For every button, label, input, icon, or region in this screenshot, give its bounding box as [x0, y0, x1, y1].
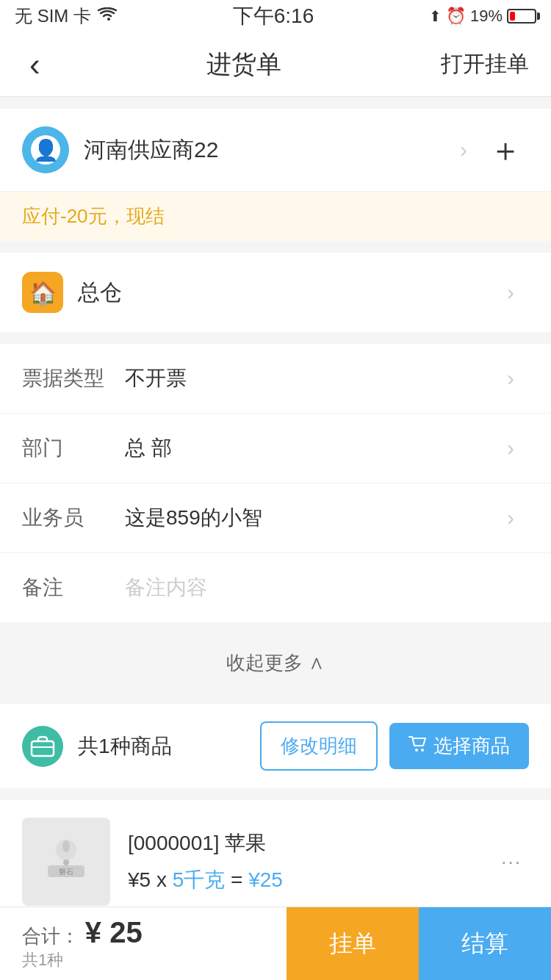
remark-row[interactable]: 备注 备注内容: [0, 552, 551, 622]
product-code: [0000001]: [128, 832, 225, 854]
nav-bar: ‹ 进货单 打开挂单: [0, 32, 551, 97]
checkout-button[interactable]: 结算: [419, 907, 551, 981]
product-thumbnail: 磐石: [22, 818, 110, 906]
sales-row[interactable]: 业务员 这是859的小智 ›: [0, 483, 551, 552]
remark-placeholder: 备注内容: [125, 574, 529, 602]
notice-text: 应付-20元，现结: [22, 205, 165, 227]
sales-label: 业务员: [22, 504, 125, 532]
chevron-right-icon: ›: [460, 137, 467, 162]
supplier-row[interactable]: 👤 河南供应商22 › ＋: [0, 109, 551, 192]
warehouse-icon: 🏠: [22, 272, 63, 313]
hang-button[interactable]: 挂单: [287, 907, 419, 981]
product-header: 共1种商品 修改明细 选择商品: [0, 704, 551, 788]
svg-point-3: [421, 749, 424, 752]
total-amount: ¥ 25: [85, 916, 143, 948]
product-item: 磐石 [0000001] 苹果 ¥5 x 5千克 = ¥25 ···: [0, 800, 551, 923]
total-sub: 共1种: [22, 949, 264, 971]
status-time: 下午6:16: [233, 2, 314, 30]
select-product-label: 选择商品: [433, 733, 510, 759]
wifi-icon: [97, 6, 118, 26]
total-price: ¥25: [248, 868, 283, 891]
location-icon: ⬆: [429, 7, 442, 25]
svg-text:磐石: 磐石: [59, 868, 73, 876]
warehouse-row[interactable]: 🏠 总仓 ›: [0, 253, 551, 332]
bottom-bar: 合计： ¥ 25 共1种 挂单 结算: [0, 907, 551, 980]
dept-row[interactable]: 部门 总 部 ›: [0, 413, 551, 483]
qty-value: 5千克: [173, 868, 226, 891]
person-icon: 👤: [33, 138, 59, 162]
more-button[interactable]: ···: [494, 843, 529, 881]
supplier-avatar: 👤: [22, 126, 69, 173]
chevron-right-icon: ›: [507, 280, 514, 305]
page-title: 进货单: [206, 48, 281, 82]
invoice-label: 票据类型: [22, 364, 125, 392]
form-section: 票据类型 不开票 › 部门 总 部 › 业务员 这是859的小智 › 备注 备注…: [0, 344, 551, 622]
chevron-right-icon: ›: [507, 366, 514, 391]
svg-point-5: [62, 840, 70, 852]
svg-point-6: [63, 860, 69, 865]
add-button[interactable]: ＋: [482, 129, 529, 172]
invoice-value: 不开票: [125, 364, 507, 392]
collapse-row[interactable]: 收起更多 ∧: [0, 634, 551, 692]
carrier-label: 无 SIM 卡: [15, 4, 91, 28]
battery-icon: [507, 9, 536, 24]
invoice-row[interactable]: 票据类型 不开票 ›: [0, 344, 551, 413]
svg-rect-0: [32, 741, 54, 756]
product-price: ¥5 x 5千克 = ¥25: [128, 866, 494, 894]
total-label: 合计：: [22, 925, 79, 947]
total-section: 合计： ¥ 25 共1种: [0, 916, 287, 971]
alarm-icon: ⏰: [446, 7, 466, 26]
back-button[interactable]: ‹: [22, 39, 48, 90]
chevron-right-icon: ›: [507, 505, 514, 530]
chevron-right-icon: ›: [507, 436, 514, 461]
status-bar-right: ⬆ ⏰ 19%: [429, 7, 536, 26]
equals-sign: =: [231, 868, 248, 891]
warehouse-section: 🏠 总仓 ›: [0, 253, 551, 332]
dept-label: 部门: [22, 434, 125, 462]
status-bar: 无 SIM 卡 下午6:16 ⬆ ⏰ 19%: [0, 0, 551, 32]
product-info: [0000001] 苹果 ¥5 x 5千克 = ¥25: [128, 829, 494, 894]
remark-label: 备注: [22, 574, 125, 602]
unit-price: ¥5 x: [128, 868, 173, 891]
battery-percent: 19%: [470, 7, 503, 26]
product-title: 苹果: [225, 832, 266, 854]
sales-value: 这是859的小智: [125, 504, 507, 532]
product-count: 共1种商品: [78, 732, 260, 760]
open-hang-button[interactable]: 打开挂单: [441, 49, 529, 79]
status-bar-left: 无 SIM 卡: [15, 4, 118, 28]
product-thumb-icon: 磐石: [40, 832, 92, 892]
collapse-label: 收起更多 ∧: [226, 652, 324, 674]
notice-banner: 应付-20元，现结: [0, 192, 551, 241]
svg-point-2: [415, 749, 418, 752]
product-icon-wrap: [22, 726, 63, 767]
cart-icon: [408, 735, 428, 757]
product-name: [0000001] 苹果: [128, 829, 494, 857]
select-product-button[interactable]: 选择商品: [389, 723, 529, 769]
modify-detail-button[interactable]: 修改明细: [260, 721, 378, 771]
supplier-section: 👤 河南供应商22 › ＋ 应付-20元，现结: [0, 109, 551, 241]
dept-value: 总 部: [125, 434, 507, 462]
warehouse-name: 总仓: [78, 278, 507, 308]
supplier-name: 河南供应商22: [84, 135, 460, 165]
